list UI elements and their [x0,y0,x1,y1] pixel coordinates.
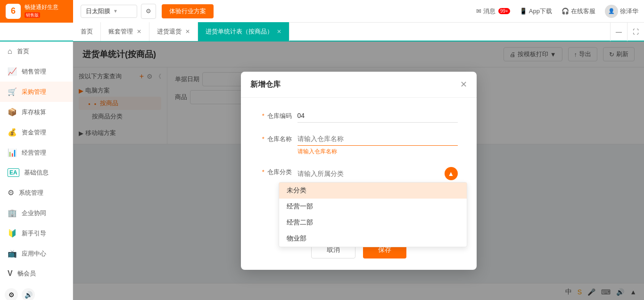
modal-overlay[interactable]: 新增仓库 ✕ * 仓库编码 [73,42,644,300]
warehouse-code-input[interactable] [297,109,458,123]
sidebar-item-apps[interactable]: 📺 应用中心 [0,243,73,264]
name-label: * 仓库名称 [260,132,297,143]
required-star-name: * [262,135,264,142]
content-area: 进货单统计(按商品) 🖨 按模板打印 ▼ ↑ 导出 ↻ 刷新 [73,42,644,300]
top-header: 6 畅捷通好生意 销售版 日太阳膜 ▼ ⚙ 体验行业方案 ✉ 消息 99+ 📱 … [0,0,644,23]
tab-accounts[interactable]: 账套管理 ✕ [101,22,149,41]
sidebar-speaker-button[interactable]: 🔊 [22,288,35,300]
user-nav[interactable]: 👤 徐泽华 [605,5,638,18]
sidebar-item-finance[interactable]: 💰 资金管理 [0,122,73,142]
service-label: 在线客服 [571,7,595,16]
sidebar-item-base-label: 基础信息 [24,168,49,177]
sidebar-item-apps-label: 应用中心 [22,250,46,258]
tab-minimize-button[interactable]: — [610,22,627,41]
tab-purchase-return-label: 进货退货 [157,27,182,36]
avatar: 👤 [605,5,618,18]
sidebar-item-guide[interactable]: 🔰 新手引导 [0,223,73,243]
purchase-icon: 🛒 [8,87,17,96]
sidebar-item-sales[interactable]: 📈 销售管理 [0,61,73,82]
tab-purchase-stats[interactable]: 进货单统计表（按商品） ✕ [198,22,289,41]
apps-icon: 📺 [8,249,17,258]
home-icon: ⌂ [8,47,12,56]
brand-badge: 销售版 [25,12,40,18]
category-input[interactable] [297,169,445,178]
dialog-close-button[interactable]: ✕ [460,79,467,90]
sidebar-item-company-label: 企业协同 [22,209,46,217]
tab-maximize-button[interactable]: ⛶ [627,22,644,41]
phone-icon: 📱 [520,8,527,15]
sidebar-item-purchase-label: 采购管理 [22,88,46,96]
brand-name: 畅捷通好生意 [25,4,58,11]
company-icon: 🏢 [8,208,17,217]
sidebar-item-guide-label: 新手引导 [22,229,46,238]
warehouse-code-field: * 仓库编码 [260,109,458,123]
store-name: 日太阳膜 [86,7,110,16]
sidebar-item-sales-label: 销售管理 [22,67,46,76]
message-nav[interactable]: ✉ 消息 99+ [476,7,510,16]
message-label: 消息 [483,7,495,16]
sidebar-item-home-label: 首页 [17,47,29,56]
sidebar-item-base[interactable]: EA 基础信息 [0,163,73,183]
tab-close-active-icon[interactable]: ✕ [277,28,281,35]
tab-purchase-return[interactable]: 进货退货 ✕ [149,22,198,41]
tab-purchase-stats-label: 进货单统计表（按商品） [206,27,273,36]
dialog-title: 新增仓库 [250,80,281,90]
sidebar-item-inventory-label: 库存核算 [22,108,46,117]
operation-icon: 📊 [8,148,17,157]
sidebar-item-inventory[interactable]: 📦 库存核算 [0,102,73,122]
name-field-wrap: 请输入仓库名称 [297,132,458,156]
name-error-msg: 请输入仓库名称 [297,148,458,156]
store-selector[interactable]: 日太阳膜 ▼ [81,5,137,18]
dropdown-option-2[interactable]: 经营二部 [279,215,467,231]
logo-area: 6 畅捷通好生意 销售版 [0,0,73,23]
sidebar-item-home[interactable]: ⌂ 首页 [0,42,73,61]
sidebar-item-operation[interactable]: 📊 经营管理 [0,142,73,163]
tab-close-icon[interactable]: ✕ [185,28,190,35]
main-layout: ⌂ 首页 📈 销售管理 🛒 采购管理 📦 库存核算 💰 资金管理 📊 经营管理 … [0,42,644,300]
required-star: * [262,112,264,119]
settings-icon[interactable]: ⚙ [141,4,156,19]
sidebar-item-vip-label: 畅会员 [17,269,36,278]
message-badge: 99+ [498,8,510,14]
headset-icon: 🎧 [561,8,569,15]
category-input-row: ▲ [297,165,458,183]
system-icon: ⚙ [8,188,14,197]
logo-icon: 6 [6,4,21,19]
tab-home[interactable]: 首页 [73,22,101,41]
dialog-header: 新增仓库 ✕ [241,72,477,98]
message-icon: ✉ [476,8,481,15]
sidebar-item-finance-label: 资金管理 [22,128,46,137]
dropdown-option-3[interactable]: 物业部 [279,231,467,247]
code-field-wrap [297,109,458,123]
tab-controls: — ⛶ [610,22,644,41]
tab-bar: 首页 账套管理 ✕ 进货退货 ✕ 进货单统计表（按商品） ✕ — ⛶ [0,23,644,42]
trial-button[interactable]: 体验行业方案 [162,4,214,18]
warehouse-name-input[interactable] [297,132,458,146]
tab-accounts-label: 账套管理 [108,27,133,36]
required-star-cat: * [262,168,264,175]
dropdown-option-0[interactable]: 未分类 [279,183,467,199]
dropdown-option-1[interactable]: 经营一部 [279,199,467,215]
sidebar-item-company[interactable]: 🏢 企业协同 [0,203,73,223]
header-right: ✉ 消息 99+ 📱 App下载 🎧 在线客服 👤 徐泽华 [476,5,638,18]
customer-service-nav[interactable]: 🎧 在线客服 [561,7,595,16]
add-warehouse-dialog: 新增仓库 ✕ * 仓库编码 [241,72,477,270]
tab-home-label: 首页 [81,27,93,36]
sales-icon: 📈 [8,67,17,76]
guide-icon: 🔰 [8,229,17,238]
username: 徐泽华 [620,7,638,16]
dropdown-arrow-button[interactable]: ▲ [445,167,458,180]
finance-icon: 💰 [8,128,17,137]
sidebar-item-operation-label: 经营管理 [22,149,46,157]
sidebar-item-purchase[interactable]: 🛒 采购管理 [0,82,73,102]
sidebar-item-system[interactable]: ⚙ 系统管理 [0,183,73,203]
category-label: * 仓库分类 [260,165,297,176]
warehouse-category-field: * 仓库分类 ▲ 未分类 经营一部 经营二部 [260,165,458,183]
chevron-down-icon: ▼ [113,8,118,14]
warehouse-name-field: * 仓库名称 请输入仓库名称 [260,132,458,156]
sidebar-settings-button[interactable]: ⚙ [5,288,18,300]
code-label: * 仓库编码 [260,109,297,120]
sidebar-item-vip[interactable]: V 畅会员 [0,264,73,283]
app-download-nav[interactable]: 📱 App下载 [520,7,552,16]
tab-close-icon[interactable]: ✕ [137,28,141,35]
